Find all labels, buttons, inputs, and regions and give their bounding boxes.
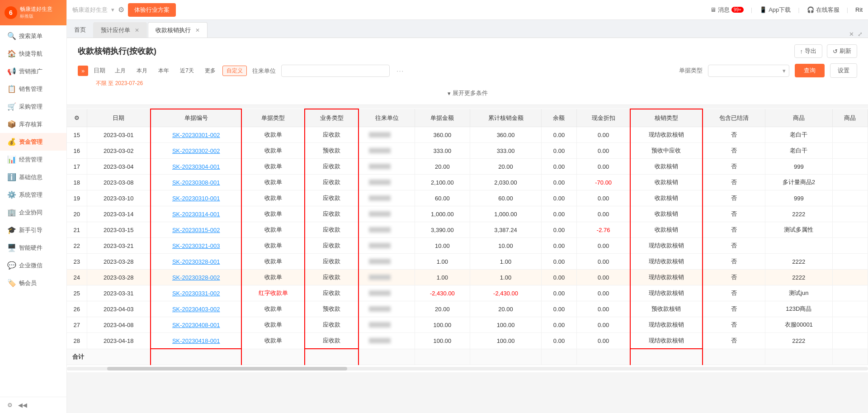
tab-prepay-close[interactable]: ✕ [135, 27, 139, 33]
cell-product: 衣服00001 [765, 317, 832, 333]
expand-icon: ▾ [448, 90, 451, 97]
voucher-no-link[interactable]: SK-20230331-002 [172, 290, 220, 297]
date-btn-this-month[interactable]: 本月 [132, 65, 151, 76]
cell-amount: 333.00 [415, 143, 470, 159]
cell-include-settled: 否 [703, 127, 765, 143]
cell-voucher-no: SK-20230302-002 [151, 143, 242, 159]
date-btn-this-year[interactable]: 本年 [154, 65, 173, 76]
total-biz-type [305, 349, 359, 365]
voucher-no-link[interactable]: SK-20230314-001 [172, 211, 220, 218]
cell-balance: 0.00 [541, 270, 576, 285]
voucher-no-link[interactable]: SK-20230310-001 [172, 195, 220, 202]
topbar-gear-icon[interactable]: ⚙ [118, 5, 124, 14]
cell-amount: 3,390.00 [415, 222, 470, 238]
scrollbar-thumb [107, 367, 348, 370]
cell-partner: ██████ [359, 238, 415, 254]
partner-filter-input[interactable] [281, 65, 390, 77]
cell-cash-discount: 0.00 [577, 238, 631, 254]
voucher-no-link[interactable]: SK-20230408-001 [172, 322, 220, 328]
filter-ellipsis[interactable]: ··· [396, 67, 404, 74]
horizontal-scrollbar[interactable] [67, 367, 868, 370]
sidebar-item-marketing[interactable]: 📢营销推广 [0, 62, 66, 80]
voucher-no-link[interactable]: SK-20230321-003 [172, 242, 220, 249]
date-btn-7days[interactable]: 近7天 [176, 65, 198, 76]
tab-prepay[interactable]: 预计应付单 ✕ [93, 22, 147, 38]
sidebar-item-system[interactable]: ⚙️系统管理 [0, 186, 66, 204]
table-row: 18 2023-03-08 SK-20230308-001 收款单 应收款 ██… [67, 175, 868, 190]
voucher-no-link[interactable]: SK-20230328-001 [172, 258, 220, 265]
app-logo-icon: 6 [5, 6, 17, 19]
cell-biz-type: 应收款 [305, 254, 359, 270]
tab-home[interactable]: 首页 [67, 22, 93, 38]
sidebar-item-sales[interactable]: 📋销售管理 [0, 80, 66, 98]
voucher-no-link[interactable]: SK-20230308-001 [172, 179, 220, 186]
date-btn-last-month[interactable]: 上月 [111, 65, 130, 76]
message-button[interactable]: 🖥 消息 99+ [710, 6, 744, 14]
cell-no: 16 [67, 143, 87, 159]
user-name[interactable]: Rit [855, 6, 863, 13]
voucher-no-link[interactable]: SK-20230315-002 [172, 227, 220, 233]
sidebar-item-basic[interactable]: ℹ️基础信息 [0, 168, 66, 186]
sidebar-item-guide[interactable]: 🎓新手引导 [0, 221, 66, 239]
cell-product: 2222 [765, 333, 832, 349]
sidebar-item-hardware[interactable]: 🖥️智能硬件 [0, 239, 66, 256]
total-balance [541, 349, 576, 365]
tab-collection-close[interactable]: ✕ [195, 27, 200, 33]
sidebar-item-member[interactable]: 🏷️畅会员 [0, 274, 66, 292]
app-download-button[interactable]: 📱 App下载 [760, 6, 791, 14]
cell-partner: ██████ [359, 127, 415, 143]
refresh-button[interactable]: ↺ 刷新 [827, 44, 857, 58]
cell-product2 [832, 285, 868, 301]
cell-no: 22 [67, 238, 87, 254]
voucher-no-link[interactable]: SK-20230302-002 [172, 147, 220, 154]
cell-date: 2023-04-08 [87, 317, 151, 333]
solution-button[interactable]: 体验行业方案 [128, 3, 176, 17]
voucher-no-link[interactable]: SK-20230301-002 [172, 132, 220, 138]
col-settings[interactable]: ⚙ [67, 109, 87, 127]
cell-balance: 0.00 [541, 127, 576, 143]
sidebar-item-finance[interactable]: 💰资金管理 [0, 133, 66, 151]
cell-include-settled: 否 [703, 285, 765, 301]
sidebar-collapse-icon[interactable]: ◀◀ [18, 402, 27, 408]
tab-collection[interactable]: 收款核销执行 ✕ [148, 22, 208, 38]
voucher-no-link[interactable]: SK-20230418-001 [172, 337, 220, 344]
online-service-button[interactable]: 🎧 在线客服 [807, 6, 840, 14]
cell-voucher-type: 收款单 [241, 206, 304, 222]
cell-voucher-no: SK-20230328-002 [151, 270, 242, 285]
voucher-type-select[interactable] [708, 65, 789, 77]
sidebar-item-purchase[interactable]: 🛒采购管理 [0, 98, 66, 115]
cell-date: 2023-03-21 [87, 238, 151, 254]
cell-writeoff-amount: 333.00 [470, 143, 542, 159]
cell-no: 19 [67, 190, 87, 206]
sidebar-item-quicknav[interactable]: 🏠快捷导航 [0, 45, 66, 62]
sidebar-item-inventory[interactable]: 📦库存核算 [0, 115, 66, 133]
cell-product2 [832, 175, 868, 190]
sidebar-item-search[interactable]: 🔍搜索菜单 [0, 27, 66, 45]
sidebar-item-operations[interactable]: 📊经营管理 [0, 151, 66, 168]
fullscreen-icon[interactable]: ⤢ [858, 31, 863, 38]
date-filter-buttons: 上月 本月 本年 近7天 更多 自定义 [111, 65, 247, 76]
export-button[interactable]: ↑ 导出 [794, 44, 823, 58]
close-all-icon[interactable]: ✕ [849, 31, 854, 38]
voucher-no-link[interactable]: SK-20230328-002 [172, 274, 220, 281]
cell-amount: 20.00 [415, 301, 470, 317]
sidebar-item-corp[interactable]: 🏢企业协同 [0, 204, 66, 221]
col-amount: 单据金额 [415, 109, 470, 127]
cell-product2 [832, 254, 868, 270]
cell-partner: ██████ [359, 285, 415, 301]
table-row: 25 2023-03-31 SK-20230331-002 红字收款单 应收款 … [67, 285, 868, 301]
sidebar-item-wechat[interactable]: 💬企业微信 [0, 256, 66, 274]
setting-button[interactable]: 设置 [830, 63, 857, 78]
cell-cash-discount: 0.00 [577, 301, 631, 317]
voucher-no-link[interactable]: SK-20230304-001 [172, 163, 220, 170]
expand-more-conditions[interactable]: ▾ 展开更多条件 [78, 87, 857, 99]
col-writeoff-type: 核销类型 [630, 109, 702, 127]
voucher-no-link[interactable]: SK-20230403-002 [172, 306, 220, 313]
total-amount [415, 349, 470, 365]
date-btn-custom[interactable]: 自定义 [222, 66, 247, 76]
query-button[interactable]: 查询 [795, 64, 825, 77]
date-btn-more[interactable]: 更多 [201, 65, 220, 76]
filter-expand-icon[interactable]: » [78, 66, 88, 76]
sidebar-icon-purchase: 🛒 [7, 102, 15, 111]
sidebar-settings-icon[interactable]: ⚙ [7, 402, 13, 408]
